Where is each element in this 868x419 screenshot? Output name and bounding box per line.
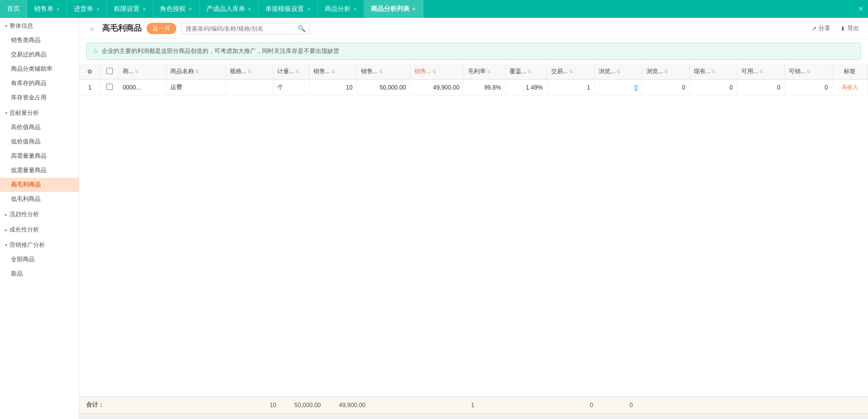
col-label-browse1: 浏览... [599, 67, 615, 76]
arrow-marketing: ▾ [5, 242, 7, 248]
col-label-name: 商品名称 [170, 67, 194, 76]
table-row: 1 0000... 运费 [79, 80, 868, 95]
page-title: 高毛利商品 [102, 23, 142, 34]
col-header-unit[interactable]: 计量...⇅ [273, 64, 309, 80]
nav-tab-template[interactable]: 单据模板设置 × [258, 0, 317, 18]
nav-tab-purchase[interactable]: 进货单 × [67, 0, 106, 18]
cell-code: 0000... [118, 80, 166, 95]
export-button[interactable]: ⬇ 导出 [838, 23, 861, 34]
close-template-tab[interactable]: × [307, 6, 310, 12]
col-header-sale-cost[interactable]: 销售...⇅ [410, 64, 463, 80]
sort-available-icon: ⇅ [759, 69, 763, 74]
col-header-settings[interactable]: ⚙ [79, 64, 101, 80]
select-all-checkbox[interactable] [106, 68, 113, 74]
cell-sale-amt: 50,000.00 [357, 80, 410, 95]
nav-tab-role[interactable]: 角色授权 × [153, 0, 199, 18]
close-permission-tab[interactable]: × [143, 6, 146, 12]
search-box: 🔍 [181, 23, 310, 34]
sidebar-item-low-margin[interactable]: 低毛利商品 [0, 192, 79, 206]
sidebar-item-sales-goods[interactable]: 销售类商品 [0, 33, 79, 47]
sidebar-item-all-goods[interactable]: 全部商品 [0, 252, 79, 267]
sort-code-icon: ⇅ [135, 69, 139, 74]
nav-tab-goods-analysis-list[interactable]: 商品分析列表 × [364, 0, 423, 18]
col-header-margin-rate[interactable]: 毛利率⇅ [463, 64, 505, 80]
sidebar-section-marketing[interactable]: ▾ 营销推广分析 [0, 237, 79, 252]
sidebar-section-overall-label: 整体信息 [9, 22, 33, 30]
close-goods-analysis-list-tab[interactable]: × [412, 6, 415, 12]
col-header-browse1[interactable]: 浏览...⇅ [594, 64, 642, 80]
close-role-tab[interactable]: × [189, 6, 192, 12]
sidebar-item-traded-goods[interactable]: 交易过的商品 [0, 47, 79, 62]
filter-period-button[interactable]: 近一月 [147, 23, 176, 34]
cell-current-stock: 0 [689, 80, 737, 95]
col-header-cover-rate[interactable]: 覆盖...⇅ [505, 64, 547, 80]
info-icon: ☆ [93, 47, 99, 55]
footer-sale-amt: 50,000.00 [282, 402, 327, 409]
nav-tab-production[interactable]: 产成品入库单 × [200, 0, 258, 18]
share-button[interactable]: ↗ 分享 [810, 23, 832, 34]
search-icon[interactable]: 🔍 [298, 25, 306, 32]
col-header-code[interactable]: 商...⇅ [118, 64, 166, 80]
sidebar-item-high-demand[interactable]: 高需量量商品 [0, 149, 79, 163]
arrow-growth: ▸ [5, 227, 7, 233]
sidebar-section-growth[interactable]: ▸ 成长性分析 [0, 222, 79, 237]
col-header-trade-cnt[interactable]: 交易...⇅ [547, 64, 594, 80]
sidebar-item-low-value[interactable]: 低价值商品 [0, 135, 79, 149]
footer-bar: 合计： 10 50,000.00 49,900.00 1 0 0 [79, 396, 868, 413]
cell-unit: 个 [273, 80, 309, 95]
col-label-unit: 计量... [277, 67, 294, 76]
cell-spec [225, 80, 273, 95]
col-label-sale-cost: 销售... [414, 67, 431, 76]
export-icon: ⬇ [840, 25, 845, 32]
col-label-spec: 规格... [230, 67, 247, 76]
nav-tab-goods-analysis[interactable]: 商品分析 × [318, 0, 364, 18]
sidebar-item-high-value[interactable]: 高价值商品 [0, 120, 79, 135]
close-purchase-tab[interactable]: × [96, 6, 99, 12]
close-goods-analysis-tab[interactable]: × [354, 6, 357, 12]
nav-tab-sales[interactable]: 销售单 × [27, 0, 67, 18]
sidebar-item-stocked-goods[interactable]: 有库存的商品 [0, 76, 79, 91]
col-header-browse2[interactable]: 浏览...⇅ [642, 64, 689, 80]
col-label-sale-qty: 销售... [313, 67, 330, 76]
close-sales-tab[interactable]: × [56, 6, 59, 12]
col-header-name[interactable]: 商品名称⇅ [166, 64, 225, 80]
cell-cover-rate: 1.49% [505, 80, 547, 95]
sidebar-item-stock-occupation[interactable]: 库存资金占用 [0, 91, 79, 105]
sort-spec-icon: ⇅ [248, 69, 252, 74]
nav-tab-home[interactable]: 首页 [0, 0, 27, 18]
sidebar-section-overall[interactable]: ▾ 整体信息 [0, 18, 79, 33]
col-header-tag[interactable]: 标签 [832, 64, 868, 80]
top-nav: 首页 销售单 × 进货单 × 权限设置 × 角色授权 × 产成品入库单 × 单据… [0, 0, 868, 18]
sidebar-item-low-demand[interactable]: 低需量量商品 [0, 163, 79, 178]
col-header-spec[interactable]: 规格...⇅ [225, 64, 273, 80]
col-label-saleable: 可销... [789, 67, 806, 76]
sort-margin-rate-icon: ⇅ [487, 69, 491, 74]
search-input[interactable] [186, 25, 298, 32]
sidebar-item-goods-assist[interactable]: 商品分类辅助率 [0, 62, 79, 76]
col-header-saleable[interactable]: 可销...⇅ [784, 64, 832, 80]
close-all-icon[interactable]: × [859, 4, 863, 13]
col-label-browse2: 浏览... [646, 67, 663, 76]
sort-browse1-icon: ⇅ [616, 69, 620, 74]
bottom-scrollbar[interactable] [79, 413, 868, 419]
cell-sale-cost: 49,900.00 [410, 80, 463, 95]
col-header-sale-amt[interactable]: 销售...⇅ [357, 64, 410, 80]
info-text: 企业的主要的利润都是这部分商品创造的，可考虑加大推广，同时关注库存是不要出现缺货 [102, 47, 339, 55]
cell-browse1[interactable]: 0 [594, 80, 642, 95]
row-checkbox[interactable] [106, 84, 113, 90]
sidebar-item-high-margin[interactable]: 高毛利商品 [0, 178, 79, 192]
cell-check[interactable] [101, 80, 118, 95]
content-header: « 高毛利商品 近一月 🔍 ↗ 分享 ⬇ 导出 [79, 18, 868, 39]
nav-tab-permission[interactable]: 权限设置 × [107, 0, 153, 18]
col-header-sale-qty[interactable]: 销售...⇅ [309, 64, 357, 80]
close-production-tab[interactable]: × [248, 6, 251, 12]
col-header-available[interactable]: 可用...⇅ [737, 64, 784, 80]
sort-name-icon: ⇅ [195, 69, 199, 74]
col-header-current-stock[interactable]: 现有...⇅ [689, 64, 737, 80]
sidebar-item-new-goods[interactable]: 新品 [0, 267, 79, 281]
col-header-check[interactable] [101, 64, 118, 80]
sidebar-collapse-button[interactable]: « [87, 24, 97, 34]
sidebar-section-wealth[interactable]: ▾ 贡献量分析 [0, 105, 79, 120]
sidebar-section-trend[interactable]: ▸ 流趋性分析 [0, 206, 79, 222]
cell-saleable: 0 [784, 80, 832, 95]
